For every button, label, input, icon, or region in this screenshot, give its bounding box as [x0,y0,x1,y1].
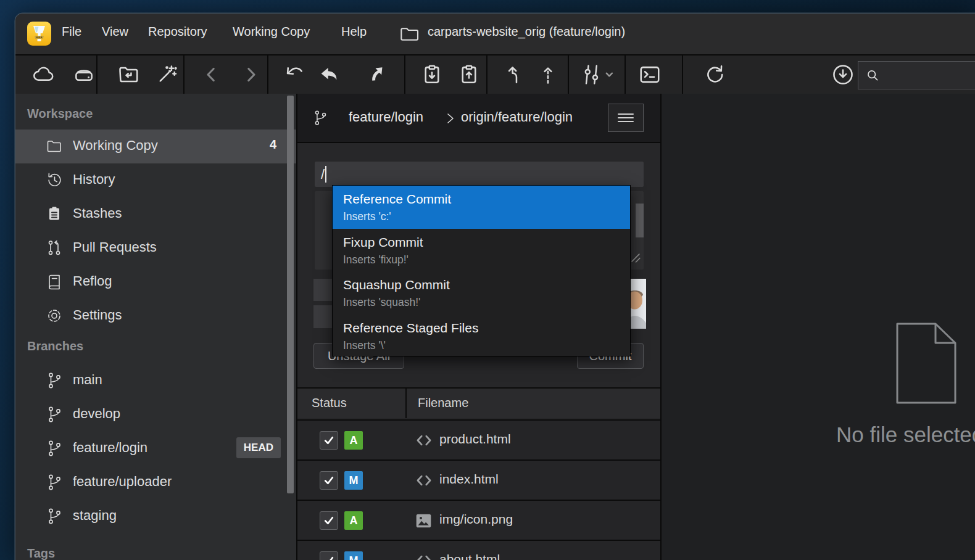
branch-icon [312,107,329,131]
stage-checkbox[interactable] [320,551,338,560]
stage-checkbox[interactable] [320,511,338,530]
stage-checkbox[interactable] [320,471,338,490]
desktop: File View Repository Working Copy Help c… [0,0,975,560]
text-caret [325,166,326,183]
discard-arrow-icon [282,63,305,86]
drive-icon [72,63,96,86]
hidden-control-fragment [313,279,332,301]
compare-dropdown-button[interactable] [574,60,618,89]
terminal-button[interactable] [636,60,664,89]
menu-help[interactable]: Help [341,25,367,39]
file-preview-panel: No file selected [662,94,975,560]
remote-button[interactable] [29,60,57,89]
gear-icon [45,307,64,325]
pull-icon [420,63,444,86]
autocomplete-item-squashup-commit[interactable]: Squashup Commit Inserts 'squash!' [333,271,630,315]
current-branch-label[interactable]: feature/login [349,109,423,125]
search-icon [865,67,881,83]
download-button[interactable] [829,60,857,89]
sidebar-item-settings[interactable]: Settings [15,299,296,333]
sidebar-item-branch-main[interactable]: main [15,364,296,398]
create-button[interactable] [152,60,181,89]
sidebar-item-branch-feature-login[interactable]: feature/login HEAD [15,432,296,466]
back-chevron-icon [200,63,223,86]
download-circle-icon [831,63,855,86]
column-divider[interactable] [405,389,407,418]
branch-header: feature/login origin/feature/login [297,94,660,143]
autocomplete-item-reference-staged-files[interactable]: Reference Staged Files Inserts '\' [333,315,630,358]
cloud-icon [31,63,55,86]
file-row-about[interactable]: M about.html [297,540,660,560]
back-button[interactable] [197,60,226,89]
fetch-button[interactable] [534,60,562,89]
column-filename[interactable]: Filename [418,396,468,410]
code-file-icon [415,553,433,560]
file-row-icon-png[interactable]: A img/icon.png [297,500,660,540]
commit-autocomplete-menu: Reference Commit Inserts 'c:' Fixup Comm… [332,185,631,356]
redo-arrow-icon [362,63,386,86]
sidebar-item-branch-develop[interactable]: develop [15,398,296,432]
search-input[interactable] [886,68,974,83]
pending-count-badge: 4 [270,138,276,152]
sidebar-item-pull-requests[interactable]: Pull Requests [15,231,296,265]
column-status[interactable]: Status [312,396,347,410]
branch-icon [45,507,64,525]
sidebar-item-working-copy[interactable]: Working Copy 4 [15,130,296,163]
refresh-icon [703,63,726,86]
description-scrollbar[interactable] [636,204,644,237]
stage-checkbox[interactable] [320,431,338,450]
tracking-branch-label[interactable]: origin/feature/login [461,109,573,125]
refresh-button[interactable] [700,60,729,89]
autocomplete-item-reference-commit[interactable]: Reference Commit Inserts 'c:' [333,186,630,229]
commit-graph-icon [576,63,616,86]
push-button[interactable] [455,60,483,89]
menu-bar: File View Repository Working Copy Help c… [15,14,975,54]
discard-button[interactable] [280,60,308,89]
history-icon [45,171,64,189]
pull-button[interactable] [418,60,446,89]
file-row-index[interactable]: M index.html [297,459,660,500]
file-row-product[interactable]: A product.html [297,419,660,459]
redo-button[interactable] [360,60,388,89]
forward-chevron-icon [239,63,262,86]
undo-button[interactable] [315,60,343,89]
commit-options-menu-button[interactable] [608,104,644,132]
menu-repository[interactable]: Repository [148,25,207,39]
code-file-icon [415,433,433,450]
sidebar-item-branch-feature-uploader[interactable]: feature/uploader [15,466,296,500]
push-icon [457,63,481,86]
menu-view[interactable]: View [102,25,128,39]
status-badge-modified: M [344,471,363,490]
forward-button[interactable] [236,60,265,89]
menu-file[interactable]: File [62,25,81,39]
sidebar-item-branch-staging[interactable]: staging [15,500,296,533]
sidebar-item-reflog[interactable]: Reflog [15,265,296,299]
sidebar-scrollbar[interactable] [287,96,294,493]
code-file-icon [415,473,433,490]
resize-grip-icon[interactable] [631,253,641,266]
book-icon [45,273,64,291]
sourcetree-window: File View Repository Working Copy Help c… [15,14,975,560]
status-badge-added: A [344,431,363,450]
branch-merge-icon [502,63,526,86]
branch-button[interactable] [500,60,528,89]
file-table-header: Status Filename [297,387,660,418]
magic-wand-icon [155,63,178,86]
commit-summary-value: / [321,167,325,183]
toolbar [15,54,975,94]
sidebar-item-stashes[interactable]: Stashes [15,197,296,231]
commit-summary-input[interactable]: / [315,162,644,187]
autocomplete-item-fixup-commit[interactable]: Fixup Commit Inserts 'fixup!' [333,229,630,272]
repo-folder-icon [399,26,419,45]
clone-button[interactable] [114,60,143,89]
local-repos-button[interactable] [70,60,98,89]
branch-icon [45,473,64,492]
sidebar-item-history[interactable]: History [15,163,296,197]
pull-request-icon [45,239,64,257]
branch-icon [45,371,64,390]
folder-icon [45,137,64,155]
toolbar-search[interactable] [858,61,975,89]
menu-working-copy[interactable]: Working Copy [233,25,310,39]
clipboard-icon [45,205,64,223]
hamburger-icon [618,113,634,123]
